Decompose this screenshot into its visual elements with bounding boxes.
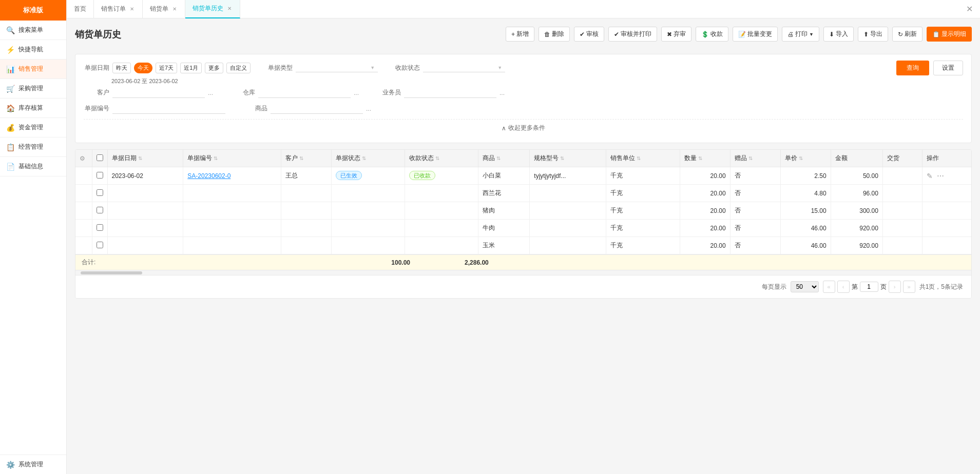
date-btn-7days[interactable]: 近7天 (156, 63, 177, 73)
th-doc-status-sort[interactable]: ⇅ (362, 155, 366, 161)
date-btn-1month[interactable]: 近1月 (180, 63, 202, 73)
th-spec-sort[interactable]: ⇅ (560, 155, 564, 161)
tab-sales-delivery-close[interactable]: ✕ (171, 6, 178, 12)
import-button[interactable]: ⬇ 导入 (823, 27, 854, 42)
cell-checkbox[interactable] (92, 202, 107, 220)
page-input[interactable] (860, 282, 878, 292)
date-btn-more[interactable]: 更多 (205, 63, 223, 73)
sidebar-item-inventory[interactable]: 🏠 库存核算 (0, 98, 66, 118)
customer-input[interactable] (112, 87, 205, 98)
tabs-bar-close[interactable]: ✕ (959, 4, 980, 14)
row-checkbox[interactable] (97, 224, 103, 231)
doc-no-input[interactable] (112, 103, 225, 114)
sidebar-item-sys-mgmt[interactable]: ⚙️ 系统管理 (0, 455, 66, 474)
cell-doc-no[interactable] (183, 202, 281, 220)
cell-checkbox[interactable] (92, 167, 107, 185)
cell-doc-no[interactable]: SA-20230602-0 (183, 167, 281, 185)
warehouse-dots[interactable]: ... (354, 89, 359, 96)
print-button[interactable]: 🖨 打印 ▼ (782, 27, 819, 42)
cell-checkbox[interactable] (92, 185, 107, 202)
th-doc-no-sort[interactable]: ⇅ (214, 155, 218, 161)
collapse-btn[interactable]: ∧ 收起更多条件 (497, 122, 549, 134)
th-qty[interactable]: 数量 ⇅ (680, 150, 730, 167)
batch-change-button[interactable]: 📝 批量变更 (733, 27, 778, 42)
page-next-btn[interactable]: › (889, 281, 901, 293)
tab-home[interactable]: 首页 (67, 0, 94, 18)
page-prev-btn[interactable]: ‹ (837, 281, 850, 293)
doc-no-link[interactable]: SA-20230602-0 (187, 172, 230, 180)
staff-input[interactable] (404, 87, 496, 98)
th-doc-no[interactable]: 单据编号 ⇅ (183, 150, 281, 167)
th-gift-sort[interactable]: ⇅ (748, 155, 753, 161)
date-btn-yesterday[interactable]: 昨天 (112, 63, 131, 73)
cell-doc-no[interactable] (183, 237, 281, 254)
setting-button[interactable]: 设置 (933, 61, 963, 75)
th-customer-sort[interactable]: ⇅ (299, 155, 303, 161)
h-scrollbar-thumb[interactable] (81, 271, 142, 274)
sidebar-item-sales-mgmt[interactable]: 📊 销售管理 (0, 60, 66, 79)
customer-dots[interactable]: ... (208, 89, 213, 96)
staff-dots[interactable]: ... (499, 89, 505, 96)
payment-status-select[interactable]: ▼ (423, 64, 505, 72)
th-goods-sort[interactable]: ⇅ (496, 155, 501, 161)
more-action-btn[interactable]: ⋯ (937, 172, 944, 180)
cell-doc-no[interactable] (183, 220, 281, 237)
row-checkbox[interactable] (97, 207, 103, 213)
cell-checkbox[interactable] (92, 237, 107, 254)
refresh-button[interactable]: ↻ 刷新 (892, 27, 923, 42)
collect-button[interactable]: 💲 收款 (696, 27, 728, 42)
row-checkbox[interactable] (97, 242, 103, 248)
row-checkbox[interactable] (97, 189, 103, 196)
tab-sales-order[interactable]: 销售订单 ✕ (94, 0, 143, 18)
warehouse-input[interactable] (258, 87, 351, 98)
audit-print-button[interactable]: ✔ 审核并打印 (608, 27, 657, 42)
table-settings-icon[interactable]: ⚙ (80, 155, 85, 162)
tab-sales-history[interactable]: 销货单历史 ✕ (185, 0, 240, 18)
cell-doc-no[interactable] (183, 185, 281, 202)
th-unit-sort[interactable]: ⇅ (637, 155, 641, 161)
th-doc-status[interactable]: 单据状态 ⇅ (331, 150, 405, 167)
page-last-btn[interactable]: » (903, 281, 915, 293)
sidebar-item-quick-nav[interactable]: ⚡ 快捷导航 (0, 40, 66, 60)
sidebar-item-basic-info[interactable]: 📄 基础信息 (0, 157, 66, 176)
th-qty-sort[interactable]: ⇅ (698, 155, 702, 161)
goods-input[interactable] (271, 103, 363, 114)
sidebar-item-search-menu[interactable]: 🔍 搜索菜单 (0, 21, 66, 40)
th-doc-date[interactable]: 单据日期 ⇅ (107, 150, 183, 167)
audit-button[interactable]: ✔ 审核 (574, 27, 604, 42)
date-btn-custom[interactable]: 自定义 (226, 63, 251, 73)
sidebar-item-funds-mgmt[interactable]: 💰 资金管理 (0, 118, 66, 137)
th-unit[interactable]: 销售单位 ⇅ (606, 150, 680, 167)
th-gift[interactable]: 赠品 ⇅ (730, 150, 780, 167)
th-unit-price-sort[interactable]: ⇅ (799, 155, 803, 161)
th-unit-price[interactable]: 单价 ⇅ (780, 150, 831, 167)
delete-button[interactable]: 🗑 删除 (539, 27, 570, 42)
th-settings[interactable]: ⚙ (75, 150, 92, 167)
th-goods[interactable]: 商品 ⇅ (478, 150, 530, 167)
goods-dots[interactable]: ... (366, 105, 371, 112)
new-button[interactable]: + 新增 (506, 27, 534, 42)
page-size-select[interactable]: 50 100 200 (791, 281, 819, 292)
query-button[interactable]: 查询 (896, 61, 929, 75)
th-payment-status-sort[interactable]: ⇅ (435, 155, 439, 161)
edit-action-btn[interactable]: ✎ (927, 172, 933, 180)
export-button[interactable]: ⬆ 导出 (858, 27, 888, 42)
th-payment-status[interactable]: 收款状态 ⇅ (405, 150, 478, 167)
row-checkbox[interactable] (97, 172, 103, 179)
cell-checkbox[interactable] (92, 220, 107, 237)
page-first-btn[interactable]: « (823, 281, 835, 293)
sidebar-item-purchase-mgmt[interactable]: 🛒 采购管理 (0, 79, 66, 98)
tab-sales-delivery[interactable]: 销货单 ✕ (143, 0, 185, 18)
th-spec[interactable]: 规格型号 ⇅ (530, 150, 606, 167)
sidebar-item-ops-mgmt[interactable]: 📋 经营管理 (0, 137, 66, 157)
tab-sales-history-close[interactable]: ✕ (226, 5, 233, 12)
select-all-checkbox[interactable] (97, 154, 103, 161)
show-detail-button[interactable]: 📋 显示明细 (927, 27, 972, 42)
date-btn-today[interactable]: 今天 (134, 63, 152, 73)
doc-type-select[interactable]: ▼ (296, 64, 378, 72)
th-customer[interactable]: 客户 ⇅ (281, 150, 331, 167)
tab-sales-order-close[interactable]: ✕ (129, 6, 135, 12)
abandon-button[interactable]: ✖ 弃审 (661, 27, 691, 42)
h-scrollbar[interactable] (75, 270, 971, 275)
th-doc-date-sort[interactable]: ⇅ (138, 155, 142, 161)
